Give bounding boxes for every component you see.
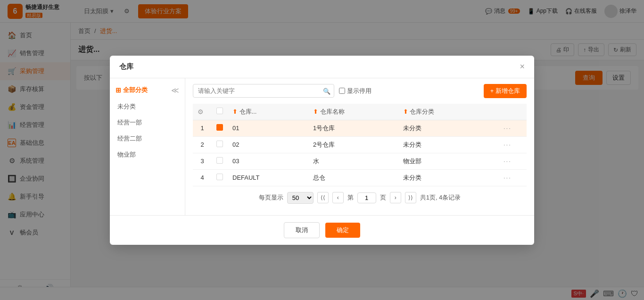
show-disabled-label: 显示停用: [339, 87, 372, 95]
first-page-button[interactable]: ⟨⟨: [317, 192, 329, 203]
row-actions[interactable]: ···: [488, 120, 527, 136]
row-checkbox[interactable]: [212, 120, 228, 136]
search-bar: 🔍 显示停用 + 新增仓库: [193, 84, 527, 98]
search-input[interactable]: [193, 84, 334, 98]
show-disabled-checkbox[interactable]: [339, 88, 345, 94]
table-row[interactable]: 4 DEFAULT 总仓 未分类 ···: [193, 169, 527, 186]
table-panel: 🔍 显示停用 + 新增仓库 ⚙: [185, 78, 534, 215]
table-body: 1 01 1号仓库 未分类 ··· 2 02 2号仓库 未分类 ··· 3 03…: [193, 120, 527, 186]
sort-icon-name: ⬆: [313, 108, 318, 115]
row-actions[interactable]: ···: [488, 136, 527, 153]
prev-page-button[interactable]: ‹: [332, 192, 344, 203]
category-item-unclassified[interactable]: 未分类: [110, 99, 185, 115]
row-category: 未分类: [398, 169, 488, 186]
page-input[interactable]: [357, 192, 376, 203]
th-name: ⬆ 仓库名称: [308, 104, 398, 120]
category-all[interactable]: ⊞ 全部分类: [116, 86, 148, 94]
th-checkbox: [212, 104, 228, 120]
warehouse-table: ⚙ ⬆ 仓库... ⬆: [193, 104, 527, 186]
row-name: 水: [308, 153, 398, 169]
page-label: 第: [347, 193, 354, 202]
row-name: 总仓: [308, 169, 398, 186]
total-info: 共1页, 4条记录: [420, 193, 461, 202]
row-category: 未分类: [398, 120, 488, 136]
table-row[interactable]: 2 02 2号仓库 未分类 ···: [193, 136, 527, 153]
table-row[interactable]: 1 01 1号仓库 未分类 ···: [193, 120, 527, 136]
row-code: 03: [228, 153, 308, 169]
modal-header: 仓库 ×: [110, 56, 534, 78]
search-icon[interactable]: 🔍: [323, 87, 330, 94]
category-panel: ⊞ 全部分类 ≪ 未分类 经营一部 经营二部 物业部: [110, 78, 185, 215]
collapse-button[interactable]: ≪: [171, 86, 179, 95]
add-warehouse-button[interactable]: + 新增仓库: [484, 84, 527, 98]
settings-icon: ⚙: [198, 108, 204, 116]
th-code: ⬆ 仓库...: [228, 104, 308, 120]
next-page-button[interactable]: ›: [390, 192, 401, 203]
row-checkbox[interactable]: [212, 169, 228, 186]
grid-icon: ⊞: [116, 86, 121, 94]
pagination: 每页显示 50 100 200 ⟨⟨ ‹ 第 页 › ⟩⟩ 共1页, 4条记录: [193, 186, 527, 209]
table-row[interactable]: 3 03 水 物业部 ···: [193, 153, 527, 169]
th-actions: [488, 104, 527, 120]
category-item-property[interactable]: 物业部: [110, 147, 185, 163]
search-input-wrap: 🔍: [193, 84, 334, 98]
row-actions[interactable]: ···: [488, 153, 527, 169]
row-category: 未分类: [398, 136, 488, 153]
select-all-checkbox[interactable]: [216, 108, 223, 114]
category-item-operations2[interactable]: 经营二部: [110, 131, 185, 147]
row-code: DEFAULT: [228, 169, 308, 186]
modal-close-button[interactable]: ×: [520, 62, 525, 71]
category-item-operations1[interactable]: 经营一部: [110, 115, 185, 131]
per-page-select[interactable]: 50 100 200: [287, 192, 314, 204]
row-checkbox[interactable]: [212, 136, 228, 153]
modal-footer: 取消 确定: [110, 215, 534, 245]
row-code: 02: [228, 136, 308, 153]
table-container: ⚙ ⬆ 仓库... ⬆: [193, 104, 527, 186]
table-header: ⚙ ⬆ 仓库... ⬆: [193, 104, 527, 120]
modal-body: ⊞ 全部分类 ≪ 未分类 经营一部 经营二部 物业部 🔍: [110, 78, 534, 215]
row-num: 3: [193, 153, 212, 169]
category-header: ⊞ 全部分类 ≪: [110, 82, 185, 99]
confirm-button[interactable]: 确定: [325, 223, 360, 238]
row-num: 1: [193, 120, 212, 136]
modal-overlay: 仓库 × ⊞ 全部分类 ≪ 未分类 经营一部 经营二部 物业部: [0, 0, 644, 300]
row-name: 1号仓库: [308, 120, 398, 136]
row-name: 2号仓库: [308, 136, 398, 153]
modal-title: 仓库: [119, 62, 133, 71]
row-code: 01: [228, 120, 308, 136]
row-num: 2: [193, 136, 212, 153]
th-settings[interactable]: ⚙: [193, 104, 212, 120]
row-checkbox[interactable]: [212, 153, 228, 169]
last-page-button[interactable]: ⟩⟩: [405, 192, 416, 203]
row-num: 4: [193, 169, 212, 186]
per-page-label: 每页显示: [259, 193, 283, 202]
warehouse-modal: 仓库 × ⊞ 全部分类 ≪ 未分类 经营一部 经营二部 物业部: [110, 56, 534, 245]
cancel-button[interactable]: 取消: [284, 222, 320, 238]
row-category: 物业部: [398, 153, 488, 169]
row-actions[interactable]: ···: [488, 169, 527, 186]
sort-icon-code: ⬆: [232, 108, 238, 115]
sort-icon-category: ⬆: [403, 108, 408, 115]
page-suffix: 页: [380, 193, 386, 202]
th-category: ⬆ 仓库分类: [398, 104, 488, 120]
